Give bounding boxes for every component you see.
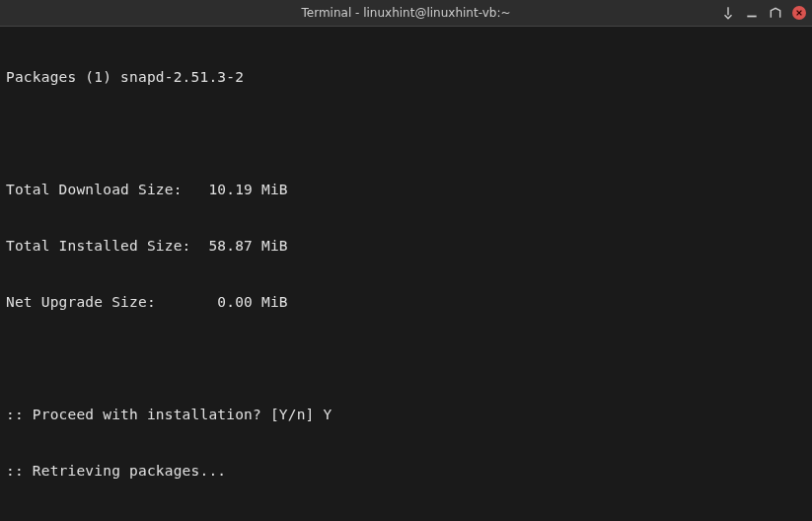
window-titlebar: Terminal - linuxhint@linuxhint-vb:~ (0, 0, 812, 27)
pin-icon[interactable] (721, 6, 735, 20)
output-line: Net Upgrade Size: 0.00 MiB (6, 293, 806, 312)
window-title: Terminal - linuxhint@linuxhint-vb:~ (0, 6, 812, 20)
output-line: :: Retrieving packages... (6, 462, 806, 481)
output-line: Packages (1) snapd-2.51.3-2 (6, 68, 806, 87)
output-line: Total Installed Size: 58.87 MiB (6, 237, 806, 256)
window-controls (721, 0, 806, 26)
minimize-icon[interactable] (745, 6, 759, 20)
blank-line (6, 124, 806, 143)
maximize-icon[interactable] (769, 6, 782, 20)
close-icon[interactable] (792, 6, 806, 20)
output-line: :: Proceed with installation? [Y/n] Y (6, 406, 806, 424)
blank-line (6, 349, 806, 368)
terminal-output[interactable]: Packages (1) snapd-2.51.3-2 Total Downlo… (0, 27, 812, 521)
output-line: Total Download Size: 10.19 MiB (6, 181, 806, 199)
